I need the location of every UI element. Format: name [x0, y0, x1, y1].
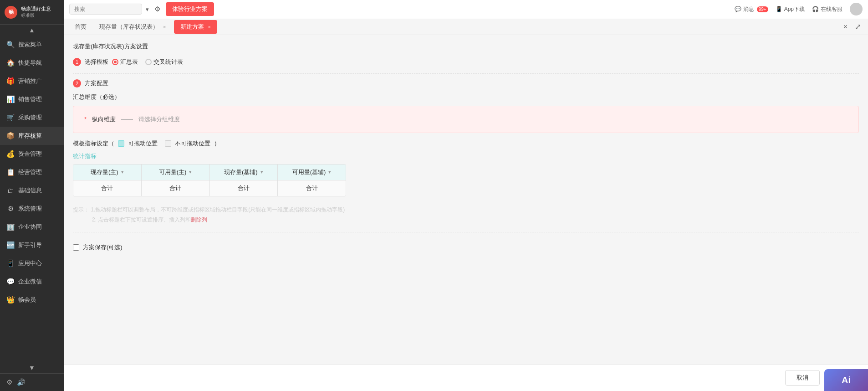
sidebar-item-sales[interactable]: 📊 销售管理: [0, 90, 64, 108]
sidebar-item-guide[interactable]: 🆕 新手引导: [0, 236, 64, 254]
sidebar-item-inventory[interactable]: 📦 库存核算: [0, 127, 64, 145]
sidebar-item-finance[interactable]: 💰 资金管理: [0, 145, 64, 163]
dimension-placeholder[interactable]: 请选择分组维度: [138, 115, 180, 123]
industry-scheme-button[interactable]: 体验行业方案: [166, 2, 214, 16]
cart-icon: 🛒: [6, 113, 15, 122]
sidebar-item-label: 采购管理: [18, 113, 42, 122]
search-icon: 🔍: [6, 41, 15, 49]
topbar-gear-button[interactable]: ⚙: [154, 5, 160, 13]
tab-new-close[interactable]: ×: [208, 24, 210, 30]
save-checkbox[interactable]: [73, 244, 79, 251]
topbar-dropdown-button[interactable]: ▾: [146, 6, 149, 13]
content-wrapper: 现存量(库存状况表)方案设置 1 选择模板 汇总表 交叉统计表: [64, 35, 868, 391]
tab-home[interactable]: 首页: [68, 19, 93, 35]
action-bar: 取消 查询: [64, 364, 868, 391]
col-aux-qty-arrow: ▾: [260, 169, 263, 175]
tips-section: 提示： 1.拖动标题栏可以调整布局，不可跨维度或指标区域拖动栏目字段(只能在同一…: [73, 205, 859, 225]
sidebar-brand: 畅 畅康通好生意 标准版: [0, 0, 64, 25]
message-button[interactable]: 💬 消息 99+: [735, 5, 768, 13]
ai-fab-button[interactable]: Ai: [824, 369, 868, 391]
sidebar-item-label: 基础信息: [18, 186, 42, 195]
sidebar-item-shortcut[interactable]: 🏠 快捷导航: [0, 54, 64, 72]
sidebar-item-purchase[interactable]: 🛒 采购管理: [0, 108, 64, 127]
col-avail-aux-header[interactable]: 可用量(基辅) ▾: [278, 165, 346, 180]
panel-expand-button[interactable]: ⤢: [852, 21, 863, 32]
sidebar-item-vip[interactable]: 👑 畅会员: [0, 291, 64, 309]
col-avail-aux-label: 可用量(基辅): [292, 168, 326, 176]
topbar: ▾ ⚙ 体验行业方案 💬 消息 99+ 📱 App下载 🎧 在线客服: [64, 0, 868, 19]
radio-cross[interactable]: 交叉统计表: [145, 58, 183, 66]
panel-close-button[interactable]: ×: [841, 21, 850, 32]
app-download-button[interactable]: 📱 App下载: [776, 5, 805, 13]
building-icon: 🏢: [6, 223, 15, 231]
indicator-setting-label: 模板指标设定（ 可拖动位置 不可拖动位置 ）: [73, 139, 859, 148]
gift-icon: 🎁: [6, 77, 15, 85]
step1-title: 选择模板: [85, 58, 108, 66]
step1-section: 1 选择模板 汇总表 交叉统计表: [73, 58, 859, 66]
sidebar-item-operations[interactable]: 📋 经营管理: [0, 163, 64, 181]
home-icon: 🏠: [6, 59, 15, 67]
crown-icon: 👑: [6, 296, 15, 304]
money-icon: 💰: [6, 150, 15, 158]
dimension-label: 纵向维度: [92, 115, 116, 123]
sidebar-item-search[interactable]: 🔍 搜索菜单: [0, 36, 64, 54]
radio-summary-label: 汇总表: [120, 58, 138, 66]
sidebar-item-corp[interactable]: 🏢 企业协同: [0, 218, 64, 236]
step2-header: 2 方案配置: [73, 79, 859, 87]
tab-home-label: 首页: [75, 23, 87, 31]
cancel-button[interactable]: 取消: [785, 370, 820, 386]
col-avail-main-label: 可用量(主): [159, 168, 187, 176]
aggregate-label: 汇总维度（必选）: [73, 93, 859, 101]
app-icon: 📱: [6, 259, 15, 268]
sidebar-scroll-up[interactable]: ▲: [0, 25, 64, 36]
col-avail-aux-arrow: ▾: [328, 169, 331, 175]
tab-inventory-status[interactable]: 现存量（库存状况表） ×: [93, 19, 172, 35]
sidebar-item-label: 资金管理: [18, 150, 42, 158]
indicator-setting-text: 模板指标设定（: [73, 139, 114, 148]
online-service-button[interactable]: 🎧 在线客服: [812, 5, 842, 13]
save-label: 方案保存(可选): [83, 243, 123, 252]
sidebar-nav: 🔍 搜索菜单 🏠 快捷导航 🎁 营销推广 📊 销售管理 🛒 采购管理 📦 库存核…: [0, 36, 64, 362]
phone-icon: 📱: [776, 6, 782, 12]
sidebar-scroll-down[interactable]: ▼: [0, 362, 64, 373]
step1-header: 1 选择模板 汇总表 交叉统计表: [73, 58, 859, 66]
stats-title: 统计指标: [73, 152, 859, 160]
col-main-qty-header[interactable]: 现存量(主) ▾: [73, 165, 142, 180]
template-radio-group: 汇总表 交叉统计表: [112, 58, 183, 66]
col-avail-main-header[interactable]: 可用量(主) ▾: [142, 165, 210, 180]
app-download-label: App下载: [784, 5, 805, 13]
col-avail-main-summary: 合计: [142, 180, 210, 196]
sidebar-item-apps[interactable]: 📱 应用中心: [0, 254, 64, 273]
divider1: [73, 73, 859, 74]
clipboard-icon: 📋: [6, 168, 15, 176]
col-main-qty-summary: 合计: [73, 180, 142, 196]
sidebar-item-label: 快捷导航: [18, 59, 42, 67]
sidebar-item-system[interactable]: ⚙ 系统管理: [0, 200, 64, 218]
user-avatar[interactable]: [850, 3, 863, 15]
message-badge: 99+: [757, 6, 768, 12]
sidebar-item-marketing[interactable]: 🎁 营销推广: [0, 72, 64, 90]
sidebar-item-wechat[interactable]: 💬 企业微信: [0, 273, 64, 291]
chat-icon: 💬: [6, 278, 15, 286]
sidebar-item-basic[interactable]: 🗂 基础信息: [0, 181, 64, 200]
dimension-required-mark: *: [84, 116, 87, 123]
sidebar-item-label: 经营管理: [18, 168, 42, 176]
col-aux-qty-header[interactable]: 现存量(基辅) ▾: [210, 165, 278, 180]
sidebar-item-label: 营销推广: [18, 77, 42, 85]
sidebar-item-label: 畅会员: [18, 296, 36, 304]
tabbar: 首页 现存量（库存状况表） × 新建方案 × × ⤢: [64, 19, 868, 35]
brand-logo: 畅: [5, 6, 17, 19]
sidebar: 畅 畅康通好生意 标准版 ▲ 🔍 搜索菜单 🏠 快捷导航 🎁 营销推广 📊 销售…: [0, 0, 64, 391]
speaker-icon[interactable]: 🔊: [17, 378, 26, 386]
tab-inventory-close[interactable]: ×: [163, 24, 166, 30]
search-input[interactable]: [69, 4, 142, 15]
sidebar-item-label: 新手引导: [18, 241, 42, 249]
draggable-legend-label: 可拖动位置: [128, 139, 158, 148]
online-service-label: 在线客服: [821, 5, 842, 13]
folder-icon: 🗂: [6, 186, 15, 195]
message-icon: 💬: [735, 6, 741, 12]
radio-summary[interactable]: 汇总表: [112, 58, 138, 66]
tab-new-scheme[interactable]: 新建方案 ×: [174, 20, 217, 34]
settings-footer-icon[interactable]: ⚙: [6, 378, 12, 386]
panel-title: 现存量(库存状况表)方案设置: [73, 42, 859, 51]
